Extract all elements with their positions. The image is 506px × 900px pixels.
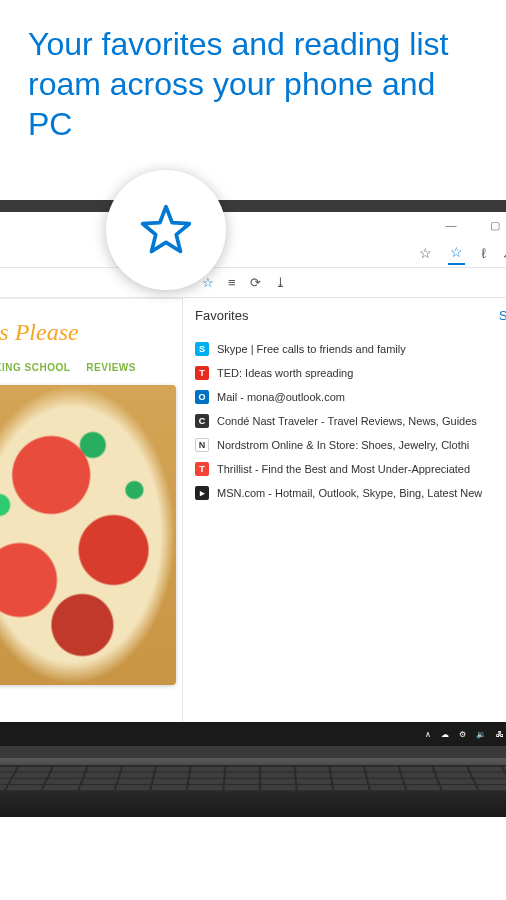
hub-history-icon[interactable]: ⟳	[250, 275, 261, 290]
maximize-button[interactable]: ▢	[480, 219, 506, 232]
tray-settings-icon[interactable]: ⚙	[459, 730, 466, 739]
browser-toolbar: ☆ ☆ ℓ ↗ ⋯	[0, 238, 506, 268]
food-hero-image	[0, 385, 176, 685]
windows-taskbar: ∧ ☁ ⚙ 🔉 🖧 9:41 AM 8/18/2017	[0, 722, 506, 746]
favorite-item[interactable]: CCondé Nast Traveler - Travel Reviews, N…	[191, 409, 506, 433]
favorite-favicon: N	[195, 438, 209, 452]
favorite-label: TED: Ideas worth spreading	[217, 367, 353, 379]
hub-reading-list-icon[interactable]: ≡	[228, 275, 236, 290]
hub-downloads-icon[interactable]: ⤓	[275, 275, 286, 290]
headline: Your favorites and reading list roam acr…	[0, 0, 506, 164]
laptop-screen-bezel: — ▢ ✕ ☆ ☆ ℓ ↗ ⋯ ☆ ≡ ⟳ ⤓ 📌 bles	[0, 200, 506, 760]
star-icon	[138, 202, 194, 258]
star-callout-badge	[106, 170, 226, 290]
favorite-favicon: T	[195, 366, 209, 380]
favorite-label: MSN.com - Hotmail, Outlook, Skype, Bing,…	[217, 487, 482, 499]
nav-reviews[interactable]: REVIEWS	[86, 362, 136, 373]
favorites-list: SSkype | Free calls to friends and famil…	[183, 333, 506, 509]
browser-content: bles Please COOKING SCHOOL REVIEWS Favor…	[0, 298, 506, 722]
favorite-star-icon[interactable]: ☆	[419, 245, 432, 261]
favorite-favicon: ▸	[195, 486, 209, 500]
nav-cooking-school[interactable]: COOKING SCHOOL	[0, 362, 70, 373]
keyboard	[0, 765, 506, 793]
tray-cloud-icon[interactable]: ☁	[441, 730, 449, 739]
tray-up-icon[interactable]: ∧	[425, 730, 431, 739]
favorites-header: Favorites Settings	[183, 298, 506, 333]
favorite-favicon: C	[195, 414, 209, 428]
site-nav: COOKING SCHOOL REVIEWS	[0, 354, 182, 385]
tray-network-icon[interactable]: 🖧	[496, 730, 504, 739]
window-titlebar: — ▢ ✕	[0, 212, 506, 238]
favorite-label: Thrillist - Find the Best and Most Under…	[217, 463, 470, 475]
favorite-label: Skype | Free calls to friends and family	[217, 343, 406, 355]
favorite-item[interactable]: SSkype | Free calls to friends and famil…	[191, 337, 506, 361]
favorites-panel: Favorites Settings SSkype | Free calls t…	[182, 298, 506, 722]
favorite-favicon: O	[195, 390, 209, 404]
favorites-settings-link[interactable]: Settings	[499, 308, 506, 323]
minimize-button[interactable]: —	[436, 219, 466, 231]
favorites-title: Favorites	[195, 308, 248, 323]
favorite-favicon: S	[195, 342, 209, 356]
tray-volume-icon[interactable]: 🔉	[476, 730, 486, 739]
favorite-item[interactable]: TTED: Ideas worth spreading	[191, 361, 506, 385]
desktop-screen: — ▢ ✕ ☆ ☆ ℓ ↗ ⋯ ☆ ≡ ⟳ ⤓ 📌 bles	[0, 212, 506, 746]
favorite-favicon: T	[195, 462, 209, 476]
favorite-item[interactable]: TThrillist - Find the Best and Most Unde…	[191, 457, 506, 481]
laptop-keyboard-deck	[0, 758, 506, 817]
favorite-label: Nordstrom Online & In Store: Shoes, Jewe…	[217, 439, 469, 451]
favorite-item[interactable]: OMail - mona@outlook.com	[191, 385, 506, 409]
share-icon[interactable]: ↗	[502, 245, 506, 261]
hub-favorites-icon[interactable]: ☆	[202, 275, 214, 290]
hub-star-icon[interactable]: ☆	[448, 241, 465, 265]
favorite-label: Condé Nast Traveler - Travel Reviews, Ne…	[217, 415, 477, 427]
webpage-content: bles Please COOKING SCHOOL REVIEWS	[0, 298, 182, 722]
hub-tabs: ☆ ≡ ⟳ ⤓ 📌	[0, 268, 506, 298]
favorite-label: Mail - mona@outlook.com	[217, 391, 345, 403]
site-logo-text: bles Please	[0, 298, 182, 354]
favorite-item[interactable]: NNordstrom Online & In Store: Shoes, Jew…	[191, 433, 506, 457]
favorite-item[interactable]: ▸MSN.com - Hotmail, Outlook, Skype, Bing…	[191, 481, 506, 505]
reading-view-icon[interactable]: ℓ	[481, 245, 486, 261]
laptop-device: — ▢ ✕ ☆ ☆ ℓ ↗ ⋯ ☆ ≡ ⟳ ⤓ 📌 bles	[0, 200, 506, 900]
